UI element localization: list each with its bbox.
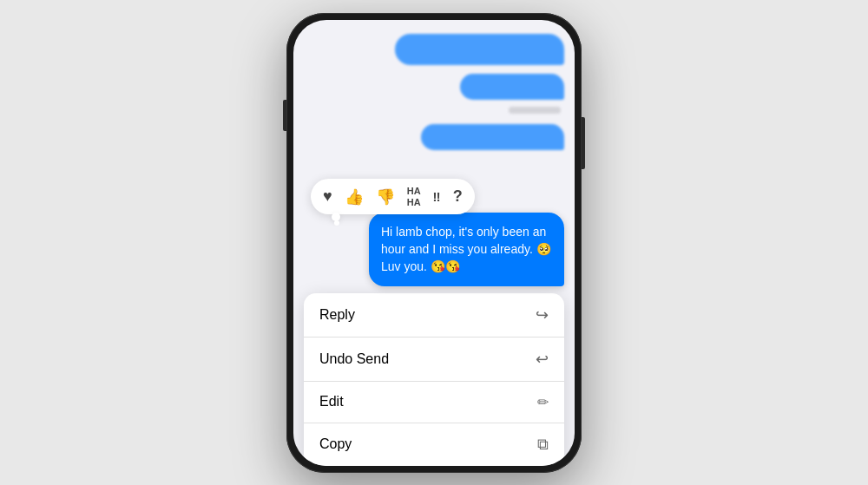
- phone-screen: ♥ 👍 👎 HAHA ‼ ? Hi lamb chop, it's only b…: [293, 20, 575, 466]
- bg-timestamp: [509, 107, 561, 114]
- copy-label: Copy: [319, 436, 352, 452]
- edit-label: Edit: [319, 394, 344, 410]
- context-menu: Reply ↩ Undo Send ↩ Edit ✏ Copy ⧉: [304, 293, 564, 466]
- active-section: ♥ 👍 👎 HAHA ‼ ? Hi lamb chop, it's only b…: [293, 179, 575, 465]
- reply-label: Reply: [319, 307, 355, 323]
- copy-menu-item[interactable]: Copy ⧉: [304, 423, 564, 466]
- phone-frame: ♥ 👍 👎 HAHA ‼ ? Hi lamb chop, it's only b…: [286, 13, 582, 473]
- bg-bubble-1: [395, 34, 564, 65]
- copy-icon: ⧉: [537, 436, 549, 454]
- messages-background: [293, 20, 575, 180]
- undo-send-label: Undo Send: [319, 351, 389, 367]
- edit-icon: ✏: [537, 394, 549, 410]
- reaction-bar: ♥ 👍 👎 HAHA ‼ ?: [311, 179, 475, 213]
- heart-reaction-icon[interactable]: ♥: [323, 187, 332, 206]
- bg-bubble-2: [460, 74, 564, 100]
- message-text: Hi lamb chop, it's only been an hour and…: [381, 225, 551, 274]
- reply-icon: ↩: [536, 305, 549, 324]
- thumbsup-reaction-icon[interactable]: 👍: [345, 187, 364, 206]
- edit-menu-item[interactable]: Edit ✏: [304, 382, 564, 423]
- exclaim-reaction-icon[interactable]: ‼: [433, 189, 441, 204]
- reply-menu-item[interactable]: Reply ↩: [304, 293, 564, 338]
- undo-send-icon: ↩: [536, 350, 549, 369]
- thumbsdown-reaction-icon[interactable]: 👎: [376, 187, 395, 206]
- reaction-tail: [332, 213, 340, 221]
- undo-send-menu-item[interactable]: Undo Send ↩: [304, 338, 564, 382]
- haha-reaction-icon[interactable]: HAHA: [407, 186, 421, 206]
- active-message-bubble: Hi lamb chop, it's only been an hour and…: [369, 213, 564, 286]
- bg-bubble-3: [421, 124, 564, 150]
- question-reaction-icon[interactable]: ?: [453, 187, 463, 206]
